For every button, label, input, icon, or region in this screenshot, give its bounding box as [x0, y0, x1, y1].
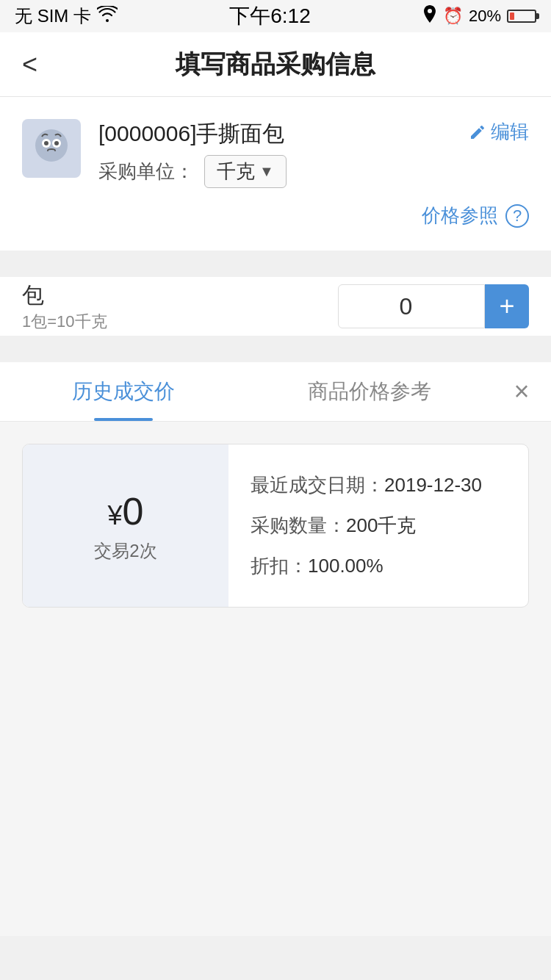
status-left: 无 SIM 卡	[15, 4, 118, 28]
tabs-section: 历史成交价 商品价格参考 ×	[0, 362, 551, 422]
deal-left: ¥0 交易2次	[23, 444, 228, 607]
svg-point-4	[54, 141, 59, 145]
product-info: [0000006]手撕面包 编辑 采购单位： 千克 ▼	[98, 119, 529, 188]
price-ref-label[interactable]: 价格参照	[422, 203, 498, 228]
unit-label: 采购单位：	[98, 159, 194, 184]
carrier-text: 无 SIM 卡	[15, 4, 91, 28]
deal-date-row: 最近成交日期：2019-12-30	[251, 471, 506, 500]
deal-qty-row: 采购数量：200千克	[251, 511, 506, 540]
deal-date-label: 最近成交日期：	[251, 474, 384, 496]
back-button[interactable]: <	[22, 49, 37, 80]
separator2	[0, 349, 551, 362]
nav-bar: < 填写商品采购信息	[0, 32, 551, 97]
product-thumb-icon	[32, 126, 71, 171]
wifi-icon	[97, 6, 118, 26]
help-icon[interactable]: ?	[505, 204, 529, 228]
edit-link[interactable]: 编辑	[469, 119, 529, 145]
tab-price-ref[interactable]: 商品价格参考	[246, 362, 492, 421]
svg-point-0	[35, 129, 68, 162]
price-ref-row: 价格参照 ?	[22, 203, 529, 228]
qty-label: 包 1包=10千克	[22, 281, 107, 333]
battery-icon	[507, 10, 536, 23]
location-icon	[422, 5, 437, 27]
qty-plus-button[interactable]: +	[485, 284, 529, 328]
quantity-input[interactable]	[338, 284, 485, 328]
deal-discount-label: 折扣：	[251, 555, 308, 577]
page-title: 填写商品采购信息	[176, 48, 375, 82]
tab-history-price[interactable]: 历史成交价	[0, 362, 246, 421]
status-time: 下午6:12	[229, 2, 311, 30]
tab-close-button[interactable]: ×	[492, 362, 551, 421]
status-bar: 无 SIM 卡 下午6:12 ⏰ 20%	[0, 0, 551, 32]
svg-point-3	[44, 141, 48, 145]
product-section: [0000006]手撕面包 编辑 采购单位： 千克 ▼ 价格参照 ?	[0, 97, 551, 251]
separator	[0, 264, 551, 277]
qty-unit: 包	[22, 281, 107, 311]
product-name: [0000006]手撕面包	[98, 119, 284, 149]
status-right: ⏰ 20%	[422, 5, 536, 27]
currency-symbol: ¥	[108, 500, 123, 530]
unit-select[interactable]: 千克 ▼	[204, 155, 287, 188]
deal-qty-label: 采购数量：	[251, 514, 346, 536]
battery-percent: 20%	[469, 7, 501, 26]
deal-discount-value: 100.00%	[308, 555, 383, 577]
dropdown-arrow-icon: ▼	[259, 163, 274, 180]
price-value: 0	[123, 490, 144, 533]
history-content: ¥0 交易2次 最近成交日期：2019-12-30 采购数量：200千克 折扣：…	[0, 422, 551, 936]
qty-input-wrap: +	[122, 284, 529, 328]
deal-count: 交易2次	[94, 539, 156, 563]
deal-date-value: 2019-12-30	[384, 474, 482, 496]
quantity-section: 包 1包=10千克 +	[0, 277, 551, 336]
alarm-icon: ⏰	[443, 7, 463, 26]
deal-discount-row: 折扣：100.00%	[251, 552, 506, 580]
product-thumbnail	[22, 119, 81, 178]
product-unit-row: 采购单位： 千克 ▼	[98, 155, 529, 188]
unit-value: 千克	[217, 159, 255, 184]
deal-right: 最近成交日期：2019-12-30 采购数量：200千克 折扣：100.00%	[228, 444, 528, 607]
deal-card: ¥0 交易2次 最近成交日期：2019-12-30 采购数量：200千克 折扣：…	[22, 444, 529, 608]
qty-equiv: 1包=10千克	[22, 311, 107, 333]
tabs-row: 历史成交价 商品价格参考 ×	[0, 362, 551, 421]
deal-qty-value: 200千克	[346, 514, 416, 536]
deal-price: ¥0	[108, 489, 144, 533]
